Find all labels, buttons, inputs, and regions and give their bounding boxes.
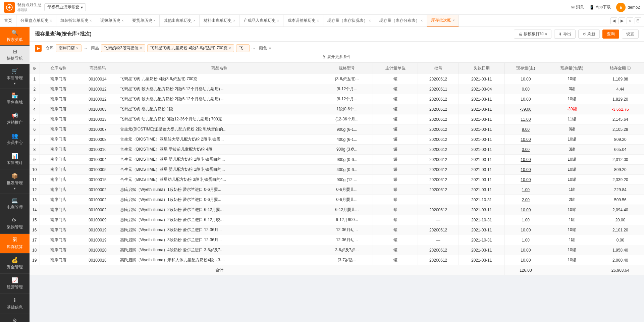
expand-more[interactable]: ⊻ 展开更多条件 [35,54,639,60]
close-tab[interactable]: × [50,19,52,22]
close-tab[interactable]: × [369,19,371,22]
cell-batch: 20200612 [418,225,459,235]
cell-batch: 20200612 [418,145,459,155]
cell-qty-main[interactable]: 1.00 [504,215,547,225]
workspace-select[interactable]: 母婴行业演示账套 ▾ [44,3,86,11]
nav-menu[interactable]: ⊟ [635,17,641,24]
print-button[interactable]: 🖨 按模板打印 ▾ [514,30,551,39]
cell-qty-main[interactable]: 2.00 [504,195,547,205]
sidebar-item-retail-shop[interactable]: 🏪 零售商城 [0,89,30,109]
close-tab[interactable]: × [193,19,195,22]
tab-yaohuo[interactable]: 要货单历史 × [128,15,160,27]
cell-qty-main[interactable]: 10.00 [504,165,547,175]
close-tab[interactable]: × [90,19,92,22]
warehouse-dots[interactable]: ··· [84,46,87,51]
warehouse-tag-nanandianmen[interactable]: 南岸门店 × [56,44,82,52]
col-settings[interactable]: ⚙ [30,63,40,74]
cell-warehouse: 南岸门店 [40,205,77,215]
sidebar-item-operations[interactable]: 📈 经营管理 [0,274,30,294]
nav-right-arrow[interactable]: ▶ [619,17,625,24]
cell-expire: 2021-03-11 [459,175,505,185]
sidebar-item-purchase[interactable]: 🛍 采购管理 [0,214,30,234]
sidebar-item-member[interactable]: 👥 会员中心 [0,129,30,149]
sidebar-item-wholesale[interactable]: 📦 批发管理 ▼ [0,169,30,194]
close-tab[interactable]: × [154,19,156,22]
sidebar-item-nav[interactable]: ⊞ 快捷导航 [0,46,30,64]
sidebar-item-marketing[interactable]: 📢 营销推广 [0,109,30,129]
cell-qty-main[interactable]: -39.00 [504,104,547,114]
sidebar-item-retail-stats[interactable]: 📊 零售统计 [0,149,30,169]
cell-qty-main[interactable]: 9.00 [504,124,547,135]
color-dropdown-arrow[interactable]: ▾ [269,46,271,51]
cell-unit: 罐 [373,185,418,195]
close-tab[interactable]: × [233,19,235,22]
tab-xiancunliang1[interactable]: 现存量（库存状况表） × [323,15,375,27]
close-tab[interactable]: × [122,19,124,22]
sidebar-item-inventory[interactable]: 🗄 库存核算 [0,234,30,254]
cell-qty-main[interactable]: 10.00 [504,205,547,215]
cell-expire: 2021-10-31 [459,235,505,245]
tab-chanchengpinruku[interactable]: 产成品入库单历史 × [239,15,283,27]
tab-zuchaizhejian[interactable]: 组装拆卸单历史 × [56,15,96,27]
settings-icon[interactable]: ⚙ [32,66,37,71]
cell-warehouse: 南岸门店 [40,175,77,185]
operations-icon: 📈 [11,277,18,283]
sidebar-item-basic[interactable]: ℹ 基础信息 [0,294,30,314]
tab-chenben[interactable]: 成本调整单历史 × [283,15,323,27]
tab-home[interactable]: 首页 [0,15,16,27]
product-tag-1[interactable]: 飞鹤奶粉3段两提装 × [101,44,145,52]
nav-left-arrow[interactable]: ◀ [610,17,617,24]
cell-qty-main[interactable]: 10.00 [504,74,547,84]
cell-qty-main[interactable]: 10.00 [504,245,547,255]
query-button[interactable]: 查询 [602,30,619,39]
tab-cailiaochuku[interactable]: 材料出库单历史 × [200,15,239,27]
export-button[interactable]: ⬇ 导出 [554,30,576,39]
cell-qty-main[interactable]: 11.00 [504,114,547,124]
nav-close[interactable]: × [627,17,633,24]
cell-qty-main[interactable]: 3.00 [504,145,547,155]
cell-qty-main[interactable]: 10.00 [504,225,547,235]
tab-fenliangpandian[interactable]: 分量盘点单历史 × [16,15,56,27]
cell-qty-main[interactable]: 10.00 [504,255,547,265]
remove-product-tag-2[interactable]: × [229,46,231,51]
cell-unit: 罐 [373,205,418,215]
user-area[interactable]: E demo2 [616,3,640,12]
product-tag-2[interactable]: 飞鹤星飞帆 儿童奶粉 4段(3-6岁适用) 700克 × [147,44,234,52]
cell-spec: (6-12个月... [321,84,373,94]
cell-qty-main[interactable]: 10.00 [504,94,547,104]
product-tag-more[interactable]: 飞... [236,44,250,52]
tab-xiancunliang2[interactable]: 现存量（库存分布表） × [375,15,427,27]
cell-qty-main[interactable]: 10.00 [504,175,547,185]
cell-qty-main[interactable]: 1.00 [504,185,547,195]
close-tab[interactable]: × [421,19,423,22]
tab-diaobo[interactable]: 调拨单历史 × [96,15,128,27]
remove-product-tag-1[interactable]: × [140,46,142,51]
close-tab[interactable]: × [452,18,454,22]
cell-code: 00100013 [77,114,118,124]
close-tab[interactable]: × [277,19,279,22]
refresh-button[interactable]: ↺ 刷新 [578,30,600,39]
cell-qty-main[interactable]: 0.00 [504,84,547,94]
cell-qty-pkg: 10罐 [547,94,597,104]
cell-spec: 1段(0-6个... [321,104,373,114]
tab-qitachuku[interactable]: 其他出库单历史 × [160,15,200,27]
sidebar-item-system[interactable]: ⚙ 系统管理 [0,314,30,322]
cell-qty-main[interactable]: 10.00 [504,155,547,165]
sidebar-item-search[interactable]: 🔍 搜索英单 [0,27,30,46]
message-link[interactable]: ✉ 消息 [571,4,584,10]
cell-num: 9 [30,155,40,165]
tab-kucunpici[interactable]: 库存批次账 × [427,15,459,27]
sidebar-item-retail[interactable]: 🛒 零售管理 ▼ [0,64,30,89]
remove-warehouse-tag[interactable]: × [76,46,78,51]
product-dots[interactable]: ··· [252,46,255,51]
cell-qty-pkg: 10罐 [547,245,597,255]
filter-expand-arrow[interactable]: ▶ [35,45,42,52]
app-download-link[interactable]: 📱 App下载 [589,4,611,10]
sidebar-item-ecommerce[interactable]: 💻 电商管理 [0,194,30,214]
cell-qty-main[interactable]: 1.00 [504,235,547,245]
close-tab[interactable]: × [317,19,319,22]
settings-button[interactable]: 设置 [622,30,639,39]
sidebar-item-finance[interactable]: 💰 资金管理 [0,254,30,274]
logo-area: 畅捷通好生意 标题版 母婴行业演示账套 ▾ [4,2,86,13]
cell-qty-main[interactable]: 10.00 [504,135,547,145]
